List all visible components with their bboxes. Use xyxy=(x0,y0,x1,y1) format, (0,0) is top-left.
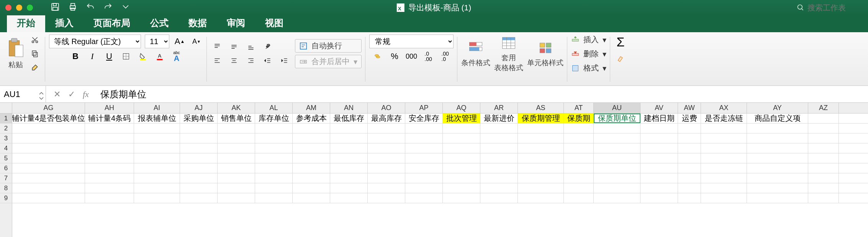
font-color-icon[interactable]: A xyxy=(153,51,166,62)
maximize-icon[interactable] xyxy=(27,5,33,11)
cell-AX2[interactable] xyxy=(701,123,747,133)
cell-AL7[interactable] xyxy=(255,173,293,183)
cell-AT7[interactable] xyxy=(564,173,594,183)
cell-AU3[interactable] xyxy=(594,133,640,143)
decrease-font-icon[interactable]: A▼ xyxy=(190,36,203,47)
column-header-AW[interactable]: AW xyxy=(678,103,701,113)
column-header-AI[interactable]: AI xyxy=(134,103,180,113)
cell-AW2[interactable] xyxy=(678,123,701,133)
cell-AG2[interactable] xyxy=(12,123,85,133)
cell-AI4[interactable] xyxy=(134,143,180,153)
cell-AK8[interactable] xyxy=(218,183,255,193)
cell-AJ7[interactable] xyxy=(180,173,218,183)
format-painter-icon[interactable] xyxy=(28,62,41,73)
italic-button[interactable]: I xyxy=(86,51,99,62)
print-icon[interactable] xyxy=(68,2,77,13)
row-header-4[interactable]: 4 xyxy=(0,143,12,153)
cell-AH2[interactable] xyxy=(85,123,134,133)
column-header-AR[interactable]: AR xyxy=(480,103,518,113)
paste-icon[interactable] xyxy=(7,38,25,58)
bold-button[interactable]: B xyxy=(69,51,82,62)
align-center-icon[interactable] xyxy=(228,55,241,66)
format-as-table-button[interactable]: 套用 表格格式 xyxy=(494,35,523,73)
search-input[interactable] xyxy=(807,3,861,12)
clear-icon[interactable] xyxy=(614,53,627,65)
column-header-AT[interactable]: AT xyxy=(564,103,594,113)
cell-AX8[interactable] xyxy=(701,183,747,193)
column-header-AJ[interactable]: AJ xyxy=(180,103,218,113)
wrap-text-button[interactable]: 自动换行 xyxy=(295,39,362,53)
column-header-AH[interactable]: AH xyxy=(85,103,134,113)
cell-AR1[interactable]: 最新进价 xyxy=(480,114,518,123)
formula-input[interactable] xyxy=(97,89,868,100)
cell-AM8[interactable] xyxy=(293,183,330,193)
cell-AI2[interactable] xyxy=(134,123,180,133)
close-icon[interactable] xyxy=(5,5,11,11)
cell-AI5[interactable] xyxy=(134,153,180,163)
cell-AI8[interactable] xyxy=(134,183,180,193)
cell-AS2[interactable] xyxy=(518,123,564,133)
cell-AH4[interactable] xyxy=(85,143,134,153)
cell-AG9[interactable] xyxy=(12,193,85,203)
paste-label[interactable]: 粘贴 xyxy=(8,60,23,70)
cell-AK9[interactable] xyxy=(218,193,255,203)
column-header-AL[interactable]: AL xyxy=(255,103,293,113)
cell-AG4[interactable] xyxy=(12,143,85,153)
cell-AN4[interactable] xyxy=(330,143,368,153)
phonetic-icon[interactable]: abcA xyxy=(170,51,183,62)
tab-insert[interactable]: 插入 xyxy=(45,14,84,32)
cell-AK3[interactable] xyxy=(218,133,255,143)
cell-AN7[interactable] xyxy=(330,173,368,183)
cell-AS5[interactable] xyxy=(518,153,564,163)
cell-AM1[interactable]: 参考成本 xyxy=(293,114,330,123)
cell-AQ3[interactable] xyxy=(443,133,480,143)
cell-AI7[interactable] xyxy=(134,173,180,183)
cell-AT3[interactable] xyxy=(564,133,594,143)
cell-AM7[interactable] xyxy=(293,173,330,183)
currency-icon[interactable] xyxy=(371,51,384,62)
cell-AG7[interactable] xyxy=(12,173,85,183)
cell-AH9[interactable] xyxy=(85,193,134,203)
cell-AK2[interactable] xyxy=(218,123,255,133)
cell-AX5[interactable] xyxy=(701,153,747,163)
cell-AH6[interactable] xyxy=(85,163,134,173)
cell-AM9[interactable] xyxy=(293,193,330,203)
undo-icon[interactable] xyxy=(86,2,95,13)
cell-AU9[interactable] xyxy=(594,193,640,203)
cell-AZ6[interactable] xyxy=(808,163,839,173)
increase-decimal-icon[interactable]: .0.00 xyxy=(422,51,435,62)
namebox-stepper[interactable] xyxy=(39,87,44,97)
cell-AR4[interactable] xyxy=(480,143,518,153)
row-header-8[interactable]: 8 xyxy=(0,183,12,193)
qat-customize-icon[interactable] xyxy=(121,2,130,13)
cell-AN6[interactable] xyxy=(330,163,368,173)
cell-AQ2[interactable] xyxy=(443,123,480,133)
tab-page-layout[interactable]: 页面布局 xyxy=(84,14,140,32)
cell-AZ7[interactable] xyxy=(808,173,839,183)
cell-AQ8[interactable] xyxy=(443,183,480,193)
worksheet[interactable]: 123456789 AGAHAIAJAKALAMANAOAPAQARASATAU… xyxy=(0,103,868,237)
cell-AM2[interactable] xyxy=(293,123,330,133)
tab-review[interactable]: 审阅 xyxy=(217,14,255,32)
cell-AZ5[interactable] xyxy=(808,153,839,163)
cell-AU6[interactable] xyxy=(594,163,640,173)
column-header-AY[interactable]: AY xyxy=(747,103,808,113)
cell-AT1[interactable]: 保质期 xyxy=(564,114,594,123)
cell-AV9[interactable] xyxy=(640,193,678,203)
cell-AP4[interactable] xyxy=(405,143,443,153)
font-size-select[interactable]: 11 xyxy=(145,35,169,48)
cell-AL9[interactable] xyxy=(255,193,293,203)
cell-AY6[interactable] xyxy=(747,163,808,173)
align-top-icon[interactable] xyxy=(211,41,224,53)
cell-AY3[interactable] xyxy=(747,133,808,143)
cell-AO2[interactable] xyxy=(368,123,405,133)
cell-AK1[interactable]: 销售单位 xyxy=(218,114,255,123)
cell-AJ4[interactable] xyxy=(180,143,218,153)
minimize-icon[interactable] xyxy=(16,5,22,11)
cell-AR7[interactable] xyxy=(480,173,518,183)
chevron-up-icon[interactable] xyxy=(39,87,44,92)
cell-AU7[interactable] xyxy=(594,173,640,183)
cell-AY5[interactable] xyxy=(747,153,808,163)
accept-formula-icon[interactable]: ✓ xyxy=(68,89,75,99)
cell-AW8[interactable] xyxy=(678,183,701,193)
